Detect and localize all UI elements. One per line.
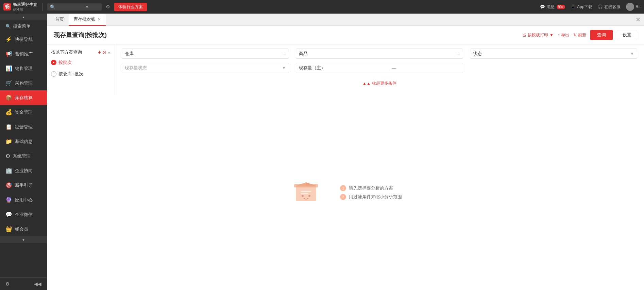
inv-qty-min[interactable] bbox=[327, 66, 390, 71]
message-btn[interactable]: 💬 消息 99+ bbox=[540, 4, 565, 10]
sidebar-label-basic: 基础信息 bbox=[15, 139, 33, 145]
sidebar-scroll-down[interactable]: ▼ bbox=[0, 236, 47, 243]
refresh-btn[interactable]: ↻ 刷新 bbox=[573, 32, 586, 38]
message-icon: 💬 bbox=[540, 4, 545, 9]
sidebar-label-finance: 资金管理 bbox=[15, 109, 33, 115]
svg-point-4 bbox=[302, 195, 304, 197]
scheme-panel-header: 按以下方案查询 + ⊙ « bbox=[47, 48, 115, 57]
app-download-btn[interactable]: 📱 App下载 bbox=[571, 4, 592, 10]
sidebar-item-system[interactable]: ⚙ 系统管理 bbox=[0, 149, 47, 163]
empty-row: 1 请先选择要分析的方案 2 用过滤条件来缩小分析范围 bbox=[289, 172, 402, 213]
print-dropdown-icon: ▼ bbox=[549, 33, 554, 37]
scheme-collapse-btn[interactable]: « bbox=[108, 50, 111, 55]
print-btn[interactable]: 🖨 按模板打印 ▼ bbox=[522, 32, 554, 38]
user-name: Rit bbox=[635, 4, 641, 9]
user-area[interactable]: Rit bbox=[626, 3, 641, 11]
sidebar-item-enterprise[interactable]: 🏢 企业协同 bbox=[0, 163, 47, 178]
search-icon: 🔍 bbox=[5, 24, 11, 29]
sidebar-item-finance[interactable]: 💰 资金管理 bbox=[0, 105, 47, 120]
warehouse-more-btn[interactable]: ··· bbox=[282, 51, 286, 56]
empty-state-illustration bbox=[289, 172, 323, 206]
company-name: 畅康通好生意 bbox=[13, 2, 37, 7]
scheme-label-warehouse-batch: 按仓库+批次 bbox=[58, 71, 83, 77]
sidebar-item-appstore[interactable]: 🔮 应用中心 bbox=[0, 193, 47, 207]
sidebar-item-operation[interactable]: 📋 经营管理 bbox=[0, 120, 47, 134]
basic-icon: 📁 bbox=[5, 138, 12, 145]
tab-close-btn[interactable]: ✕ bbox=[98, 17, 101, 22]
system-icon: ⚙ bbox=[5, 153, 10, 159]
status-select[interactable]: 状态 ▼ bbox=[470, 49, 637, 59]
inv-qty-label: 现存量（主） bbox=[299, 65, 325, 71]
search-dropdown-btn[interactable]: ▼ bbox=[85, 5, 89, 9]
product-input[interactable] bbox=[310, 51, 454, 56]
settings-icon-btn[interactable]: ⚙ bbox=[104, 4, 112, 10]
refresh-icon: ↻ bbox=[573, 33, 577, 37]
logo-area: 畅 畅康通好生意 标准版 bbox=[3, 2, 37, 12]
sidebar-label-enterprise: 企业协同 bbox=[15, 168, 33, 174]
warehouse-input-area[interactable]: 仓库 ··· bbox=[122, 49, 289, 59]
sidebar-item-shortcut[interactable]: ⚡ 快捷导航 bbox=[0, 32, 47, 47]
tip-text-1: 请先选择要分析的方案 bbox=[349, 185, 393, 191]
sidebar-bottom: ⚙ ◀◀ bbox=[0, 277, 47, 290]
tab-batch-inventory[interactable]: 库存批次账 ✕ bbox=[69, 14, 106, 26]
product-field: 商品 ··· bbox=[296, 49, 463, 59]
inv-qty-range: 现存量（主） — bbox=[296, 63, 463, 73]
inv-status-select[interactable]: 现存量状态 ▼ bbox=[122, 63, 289, 73]
refresh-label: 刷新 bbox=[578, 32, 586, 38]
page-content: 现存量查询(按批次) 🖨 按模板打印 ▼ ↑ 导出 ↻ 刷新 bbox=[47, 26, 644, 290]
appstore-icon: 🔮 bbox=[5, 197, 12, 203]
scheme-add-btn[interactable]: + bbox=[98, 49, 101, 55]
sidebar-collapse-btn[interactable]: ◀◀ bbox=[34, 281, 41, 287]
search-bar[interactable]: 🔍 ▼ bbox=[47, 3, 102, 11]
sidebar-label-inventory: 库存核算 bbox=[15, 95, 33, 101]
export-btn[interactable]: ↑ 导出 bbox=[558, 32, 569, 38]
svg-rect-3 bbox=[301, 193, 308, 194]
collapse-arrow-icon: ▲▲ bbox=[362, 81, 371, 86]
main-layout: ▲ 🔍 搜索菜单 ⚡ 快捷导航 📢 营销推广 📊 销售管理 🛒 采购管理 📦 库… bbox=[0, 14, 644, 290]
tab-home[interactable]: 首页 bbox=[50, 14, 69, 26]
online-service-btn[interactable]: 🎧 在线客服 bbox=[598, 4, 621, 10]
shortcut-icon: ⚡ bbox=[5, 36, 12, 42]
scheme-item-by-warehouse-batch[interactable]: 按仓库+批次 bbox=[47, 68, 115, 80]
marketing-icon: 📢 bbox=[5, 51, 12, 57]
sidebar-item-sales[interactable]: 📊 销售管理 bbox=[0, 61, 47, 76]
scheme-settings-btn[interactable]: ⊙ bbox=[102, 50, 106, 55]
sidebar-settings-btn[interactable]: ⚙ bbox=[5, 281, 10, 287]
status-field: 状态 ▼ bbox=[470, 49, 637, 59]
filter-settings-btn[interactable]: 设置 bbox=[617, 30, 637, 40]
panel-close-btn[interactable]: ✕ bbox=[635, 17, 641, 23]
sidebar-item-newbie[interactable]: 🎯 新手引导 bbox=[0, 178, 47, 193]
sidebar-item-purchase[interactable]: 🛒 采购管理 bbox=[0, 76, 47, 90]
scheme-item-by-batch[interactable]: ● 按批次 bbox=[47, 57, 115, 68]
service-icon: 🎧 bbox=[598, 4, 603, 9]
range-dash: — bbox=[392, 66, 396, 71]
sidebar-item-inventory[interactable]: 📦 库存核算 bbox=[0, 90, 47, 105]
empty-state: 1 请先选择要分析的方案 2 用过滤条件来缩小分析范围 bbox=[47, 95, 644, 290]
warehouse-input[interactable] bbox=[136, 51, 280, 56]
inv-qty-field: 现存量（主） — bbox=[296, 63, 463, 73]
sidebar-item-marketing[interactable]: 📢 营销推广 bbox=[0, 47, 47, 61]
sidebar-label-system: 系统管理 bbox=[13, 153, 31, 159]
status-label: 状态 bbox=[473, 51, 482, 57]
scheme-actions: + ⊙ « bbox=[98, 49, 111, 55]
sidebar-item-member[interactable]: 👑 畅会员 bbox=[0, 222, 47, 236]
content-area: 首页 库存批次账 ✕ ✕ 现存量查询(按批次) 🖨 按模板打印 ▼ bbox=[47, 14, 644, 290]
inv-qty-max[interactable] bbox=[398, 66, 460, 71]
sidebar-scroll-up[interactable]: ▲ bbox=[0, 14, 47, 20]
product-more-btn[interactable]: ··· bbox=[456, 51, 460, 56]
tip-text-2: 用过滤条件来缩小分析范围 bbox=[349, 194, 402, 200]
sidebar-item-search[interactable]: 🔍 搜索菜单 bbox=[0, 20, 47, 32]
sidebar-item-wechat[interactable]: 💬 企业微信 bbox=[0, 207, 47, 222]
sidebar-item-basic[interactable]: 📁 基础信息 bbox=[0, 134, 47, 149]
product-input-area[interactable]: 商品 ··· bbox=[296, 49, 463, 59]
sales-icon: 📊 bbox=[5, 65, 12, 72]
sidebar-label-wechat: 企业微信 bbox=[15, 212, 33, 218]
collapse-label: 收起更多条件 bbox=[372, 80, 396, 86]
version-label: 标准版 bbox=[13, 7, 37, 12]
search-input[interactable] bbox=[57, 4, 84, 9]
query-btn[interactable]: 查询 bbox=[590, 30, 613, 40]
collapse-btn[interactable]: ▲▲ 收起更多条件 bbox=[360, 78, 399, 88]
avatar bbox=[626, 3, 634, 11]
logo-icon: 畅 bbox=[3, 3, 11, 11]
experience-btn[interactable]: 体验行业方案 bbox=[114, 3, 147, 11]
